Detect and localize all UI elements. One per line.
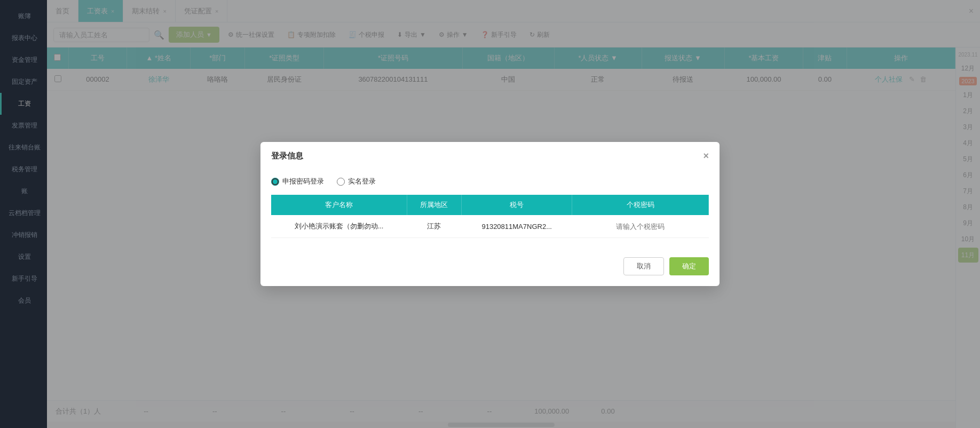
radio-password-input[interactable] xyxy=(271,178,279,186)
col-tax-no: 税号 xyxy=(462,195,572,215)
client-password-cell[interactable] xyxy=(572,215,709,237)
client-name-cell: 刘小艳演示账套（勿删勿动... xyxy=(271,215,407,237)
login-dialog: 登录信息 × 申报密码登录 实名登录 客户名称 所属地 xyxy=(260,142,720,286)
col-client-name: 客户名称 xyxy=(271,195,407,215)
radio-password-login[interactable]: 申报密码登录 xyxy=(271,177,324,186)
dialog-header: 登录信息 × xyxy=(260,142,720,168)
radio-realname-login[interactable]: 实名登录 xyxy=(337,177,376,186)
client-tax-no-cell: 91320811MA7NGR2... xyxy=(462,215,572,237)
client-region-cell: 江苏 xyxy=(407,215,462,237)
confirm-button[interactable]: 确定 xyxy=(669,257,709,275)
dialog-title: 登录信息 xyxy=(271,151,303,161)
tax-password-input[interactable] xyxy=(579,223,702,231)
dialog-body: 申报密码登录 实名登录 客户名称 所属地区 税号 个税密码 xyxy=(260,168,720,251)
client-table: 客户名称 所属地区 税号 个税密码 刘小艳演示账套（勿删勿动... 江苏 913… xyxy=(271,195,709,238)
col-region: 所属地区 xyxy=(407,195,462,215)
radio-realname-input[interactable] xyxy=(337,178,345,186)
cancel-button[interactable]: 取消 xyxy=(623,257,664,275)
login-type-radio-group: 申报密码登录 实名登录 xyxy=(271,177,709,186)
dialog-close-button[interactable]: × xyxy=(703,150,709,162)
col-tax-password: 个税密码 xyxy=(572,195,709,215)
client-table-row: 刘小艳演示账套（勿删勿动... 江苏 91320811MA7NGR2... xyxy=(271,215,709,237)
dialog-footer: 取消 确定 xyxy=(260,251,720,286)
dialog-overlay: 登录信息 × 申报密码登录 实名登录 客户名称 所属地 xyxy=(0,0,980,428)
